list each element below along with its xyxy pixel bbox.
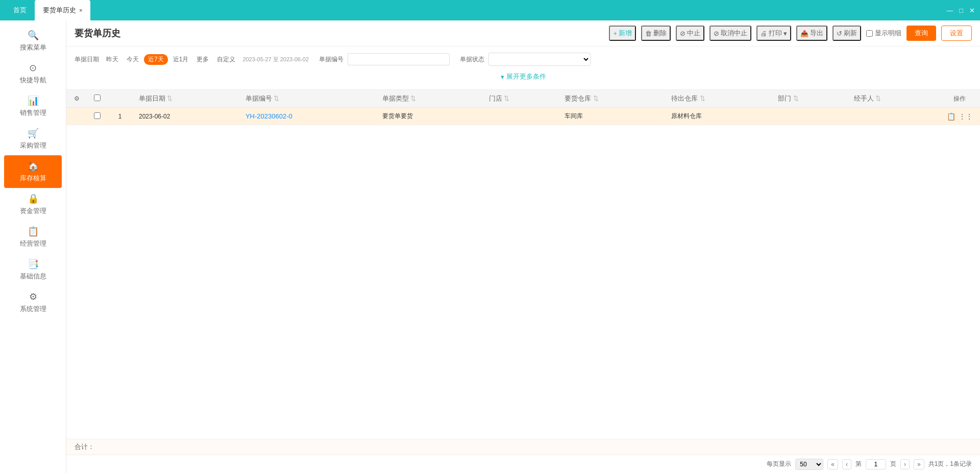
sidebar-item-label-basic: 基础信息 (20, 272, 46, 281)
sidebar-item-label-search: 搜索菜单 (20, 43, 46, 52)
doc-num-link[interactable]: YH-20230602-0 (246, 112, 292, 120)
col-doc-num-label: 单据编号 (246, 94, 272, 102)
edit-icon[interactable]: 📋 (947, 112, 955, 121)
sort-icon-req: ⇅ (593, 94, 599, 102)
prev-page-btn[interactable]: ‹ (842, 459, 851, 469)
row-checkbox[interactable] (94, 112, 101, 119)
quick-nav-icon: ⊙ (29, 62, 37, 74)
sidebar-item-search-menu[interactable]: 🔍 搜索菜单 (0, 25, 66, 57)
content-area: 要货单历史 + 新增 🗑 删除 ⊘ 中止 ⊘ 取消中止 (66, 20, 980, 473)
query-button[interactable]: 查询 (906, 26, 936, 41)
col-doc-date[interactable]: 单据日期 ⇅ (133, 90, 239, 108)
col-req-warehouse[interactable]: 要货仓库 ⇅ (558, 90, 665, 108)
cell-checkbox (87, 108, 107, 125)
doc-num-label: 单据编号 (319, 55, 344, 64)
tab-order-history-label: 要货单历史 (43, 6, 76, 15)
next-page-btn[interactable]: › (900, 459, 910, 469)
col-doc-type[interactable]: 单据类型 ⇅ (376, 90, 483, 108)
cancel-suspend-label: 取消中止 (721, 29, 747, 38)
export-button[interactable]: 📤 导出 (796, 26, 827, 41)
doc-num-filter-group: 单据编号 (319, 53, 450, 65)
col-doc-num[interactable]: 单据编号 ⇅ (239, 90, 376, 108)
col-store[interactable]: 门店 ⇅ (483, 90, 559, 108)
refresh-button[interactable]: ↺ 刷新 (832, 26, 861, 41)
doc-num-input[interactable] (348, 53, 450, 65)
cancel-suspend-button[interactable]: ⊘ 取消中止 (709, 26, 751, 41)
doc-status-select[interactable] (488, 53, 591, 66)
sales-icon: 📊 (28, 95, 39, 106)
col-num (107, 90, 133, 108)
minimize-icon[interactable]: — (946, 7, 953, 14)
delete-label: 删除 (653, 29, 667, 38)
display-detail-toggle[interactable]: 显示明细 (866, 29, 901, 38)
col-department[interactable]: 部门 ⇅ (772, 90, 848, 108)
finance-icon: 🔒 (28, 193, 39, 204)
sidebar-item-label-finance: 资金管理 (20, 206, 46, 216)
first-page-btn[interactable]: « (827, 459, 838, 469)
expand-label: 展开更多条件 (506, 72, 546, 81)
inventory-icon: 🏠 (28, 160, 39, 172)
search-menu-icon: 🔍 (28, 30, 39, 41)
date-btn-7days[interactable]: 近7天 (144, 54, 168, 65)
table-footer: 合计： (66, 439, 980, 455)
sidebar-item-label-sales: 销售管理 (20, 108, 46, 117)
last-page-btn[interactable]: » (914, 459, 924, 469)
delete-button[interactable]: 🗑 删除 (641, 26, 671, 41)
sidebar-item-system[interactable]: ⚙ 系统管理 (0, 286, 66, 319)
tab-close-icon[interactable]: × (79, 7, 82, 13)
tab-home[interactable]: 首页 (5, 0, 35, 20)
top-bar: 首页 要货单历史 × — □ ✕ (0, 0, 980, 20)
cell-req-warehouse: 车间库 (558, 108, 665, 125)
table-row: 1 2023-06-02 YH-20230602-0 要货单要货 车间库 原材料… (66, 108, 980, 125)
suspend-button[interactable]: ⊘ 中止 (676, 26, 704, 41)
cancel-suspend-icon: ⊘ (714, 30, 719, 37)
col-settings[interactable]: ⚙ (66, 90, 87, 108)
basic-info-icon: 📑 (28, 258, 39, 270)
toolbar: + 新增 🗑 删除 ⊘ 中止 ⊘ 取消中止 🖨 打印 (609, 26, 972, 41)
sidebar-item-operations[interactable]: 📋 经营管理 (0, 221, 66, 253)
more-icon[interactable]: ⋮⋮ (959, 112, 973, 121)
page-number-input[interactable] (866, 459, 886, 469)
sidebar-item-basic-info[interactable]: 📑 基础信息 (0, 253, 66, 286)
action-icons: 📋 ⋮⋮ (945, 112, 974, 121)
cell-store (483, 108, 559, 125)
tab-order-history[interactable]: 要货单历史 × (35, 0, 90, 20)
new-button[interactable]: + 新增 (609, 26, 636, 41)
date-btn-more[interactable]: 更多 (193, 54, 212, 65)
display-detail-checkbox[interactable] (866, 30, 873, 37)
sidebar-item-inventory[interactable]: 🏠 库存核算 (4, 155, 62, 188)
purchase-icon: 🛒 (28, 128, 39, 139)
settings-button[interactable]: 设置 (941, 26, 972, 41)
export-icon: 📤 (800, 30, 808, 37)
pagination-bar: 每页显示 50 10 20 100 « ‹ 第 页 › » 共1页，1条记录 (66, 455, 980, 473)
expand-more-btn[interactable]: ▾ 展开更多条件 (75, 70, 972, 83)
maximize-icon[interactable]: □ (959, 7, 963, 14)
sidebar-item-label-purchase: 采购管理 (20, 141, 46, 150)
print-icon: 🖨 (761, 30, 767, 37)
col-handler[interactable]: 经手人 ⇅ (848, 90, 939, 108)
date-btn-1month[interactable]: 近1月 (170, 54, 192, 65)
col-pending-warehouse[interactable]: 待出仓库 ⇅ (665, 90, 772, 108)
sort-icon-store: ⇅ (504, 94, 509, 102)
col-handler-label: 经手人 (854, 94, 874, 102)
sidebar-item-sales[interactable]: 📊 销售管理 (0, 90, 66, 123)
date-btn-yesterday[interactable]: 昨天 (103, 54, 121, 65)
doc-status-filter-group: 单据状态 (460, 53, 591, 66)
new-icon: + (613, 30, 617, 37)
sidebar-item-purchase[interactable]: 🛒 采购管理 (0, 123, 66, 155)
date-btn-today[interactable]: 今天 (124, 54, 142, 65)
cell-doc-date: 2023-06-02 (133, 108, 239, 125)
cell-settings (66, 108, 87, 125)
print-button[interactable]: 🖨 打印 ▾ (756, 26, 791, 41)
select-all-checkbox[interactable] (94, 94, 101, 101)
close-window-icon[interactable]: ✕ (969, 7, 975, 14)
cell-num: 1 (107, 108, 133, 125)
date-btn-custom[interactable]: 自定义 (214, 54, 238, 65)
per-page-select[interactable]: 50 10 20 100 (795, 459, 823, 470)
total-info: 共1页，1条记录 (928, 460, 972, 468)
new-label: 新增 (619, 29, 632, 38)
sidebar-item-finance[interactable]: 🔒 资金管理 (0, 188, 66, 221)
sidebar-item-quick-nav[interactable]: ⊙ 快捷导航 (0, 57, 66, 90)
col-doc-date-label: 单据日期 (139, 94, 165, 102)
page-suffix-label: 页 (890, 460, 896, 468)
